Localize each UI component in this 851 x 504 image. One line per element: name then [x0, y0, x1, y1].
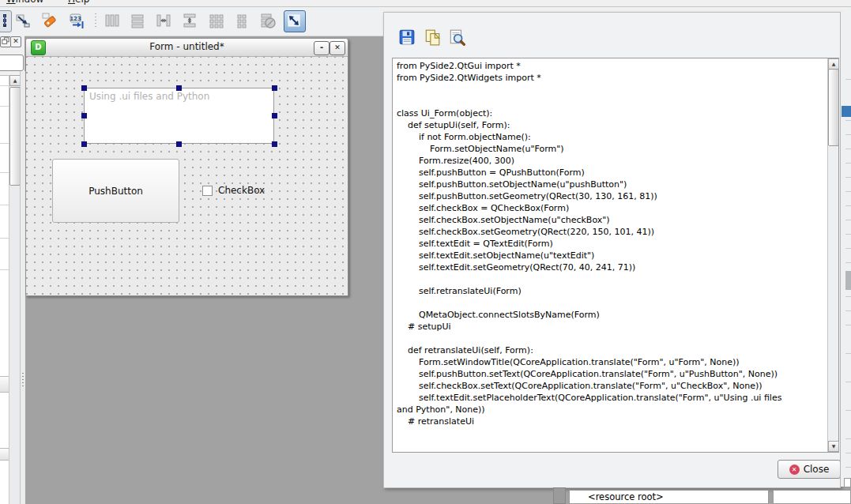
layout-horizontal-splitter-icon[interactable] — [153, 10, 175, 32]
property-editor-edge — [840, 12, 851, 487]
textedit-widget[interactable]: Using .ui files and Python — [84, 88, 274, 144]
selection-handle-ne[interactable] — [272, 85, 277, 91]
layout-grid-icon[interactable] — [205, 10, 228, 32]
layout-vertical-splitter-icon[interactable] — [179, 10, 201, 32]
property-row-line — [845, 191, 851, 192]
property-row-line — [845, 234, 851, 235]
property-row-line — [845, 248, 851, 249]
widget-list-separator — [0, 238, 9, 239]
svg-text:123: 123 — [70, 16, 81, 22]
scroll-down-icon[interactable]: ▼ — [828, 441, 839, 452]
widget-list-separator — [0, 205, 9, 205]
property-row-line — [845, 296, 851, 297]
qt-designer-screen: Window Help — [0, 0, 851, 504]
property-row-line — [845, 453, 851, 453]
widget-list-separator — [0, 269, 9, 270]
scrollbar-thumb[interactable] — [9, 87, 21, 186]
dock-splitter[interactable] — [20, 71, 25, 504]
edit-buddies-icon[interactable] — [40, 10, 62, 32]
property-row-line — [845, 467, 851, 468]
resource-browser-edge: <resource root> — [569, 490, 769, 504]
widget-filter-input[interactable] — [0, 55, 24, 71]
adjust-size-icon[interactable] — [284, 10, 306, 32]
close-circle-icon: ✕ — [789, 465, 800, 475]
widget-list-separator — [0, 85, 9, 86]
close-button[interactable]: ✕ — [329, 41, 345, 55]
toolbar-separator — [95, 13, 96, 29]
scroll-up-icon[interactable]: ▲ — [9, 75, 21, 86]
widget-category-header[interactable] — [0, 448, 9, 461]
property-row-line — [845, 220, 851, 220]
edit-tab-order-icon[interactable]: 123 — [66, 10, 88, 32]
form-canvas[interactable]: Using .ui files and Python PushButton Ch… — [26, 56, 348, 295]
code-scrollbar[interactable]: ▲ ▼ — [827, 58, 838, 452]
minimize-button[interactable]: - — [314, 41, 329, 55]
widget-list-separator — [0, 172, 9, 173]
property-row-line — [845, 325, 851, 325]
selection-handle-w[interactable] — [81, 113, 87, 118]
property-row-line — [845, 438, 851, 439]
break-layout-icon[interactable] — [258, 10, 280, 32]
checkbox-widget[interactable]: CheckBox — [218, 185, 265, 196]
menubar: Window Help — [0, 0, 851, 7]
property-row-line — [845, 382, 851, 382]
checkbox-indicator[interactable] — [202, 186, 213, 196]
layout-form-icon[interactable] — [232, 10, 254, 32]
code-view[interactable]: from PySide2.QtGui import * from PySide2… — [392, 58, 839, 453]
splitter-grip — [22, 373, 24, 387]
save-icon[interactable] — [398, 28, 417, 47]
widget-list-separator — [0, 106, 9, 107]
property-row-line — [845, 353, 851, 354]
print-preview-icon[interactable] — [448, 28, 467, 47]
copy-icon[interactable] — [424, 28, 442, 47]
edit-signals-slots-icon[interactable] — [13, 10, 35, 32]
menu-help[interactable]: Help — [68, 0, 89, 5]
pushbutton-widget[interactable]: PushButton — [52, 159, 179, 223]
layout-horizontally-icon[interactable] — [101, 10, 123, 32]
python-code[interactable]: from PySide2.QtGui import * from PySide2… — [393, 58, 828, 452]
property-row-line — [845, 163, 851, 164]
property-row-line — [845, 310, 851, 311]
property-row-line — [845, 262, 851, 263]
selection-handle-e[interactable] — [272, 113, 277, 118]
property-row-line — [845, 134, 851, 135]
property-row-line — [845, 120, 851, 121]
property-row-line — [845, 149, 851, 149]
form-window-titlebar[interactable]: D Form - untitled* - ✕ — [26, 39, 348, 57]
form-window: D Form - untitled* - ✕ Using .ui files a… — [25, 38, 348, 296]
scrollbar-thumb[interactable] — [828, 69, 839, 146]
property-row-line — [845, 205, 851, 206]
menu-window[interactable]: Window — [6, 0, 43, 5]
selected-row-fragment — [842, 106, 851, 117]
resource-root-item[interactable]: <resource root> — [588, 491, 664, 502]
form-window-title: Form - untitled* — [26, 41, 348, 52]
widget-box-list[interactable] — [0, 75, 9, 504]
property-row-line — [845, 410, 851, 411]
scrollbar-fragment — [845, 271, 851, 290]
widget-list-separator — [0, 143, 9, 144]
selection-handle-nw[interactable] — [81, 85, 87, 91]
edit-widgets-icon[interactable] — [0, 10, 12, 32]
dock-float-icon[interactable] — [0, 36, 11, 47]
background-panel-edge — [773, 490, 851, 504]
widget-category-header[interactable] — [0, 376, 9, 393]
close-label: Close — [804, 464, 830, 475]
selection-handle-s[interactable] — [176, 141, 182, 147]
property-row-line — [845, 79, 851, 80]
selection-handle-se[interactable] — [272, 141, 277, 147]
dock-corner-block — [553, 487, 566, 504]
code-preview-dialog: from PySide2.QtGui import * from PySide2… — [383, 12, 841, 488]
widget-box-scrollbar[interactable]: ▲ — [9, 75, 20, 504]
widget-box-dock: ✕ ▲ — [0, 36, 24, 504]
dock-close-icon[interactable]: ✕ — [10, 36, 21, 47]
selection-handle-sw[interactable] — [81, 141, 87, 147]
panel-notch — [844, 478, 851, 487]
selection-handle-n[interactable] — [176, 85, 182, 91]
property-row-line — [845, 177, 851, 178]
layout-vertically-icon[interactable] — [127, 10, 149, 32]
dialog-close-button[interactable]: ✕ Close — [778, 460, 841, 479]
scroll-up-icon[interactable]: ▲ — [828, 58, 839, 70]
